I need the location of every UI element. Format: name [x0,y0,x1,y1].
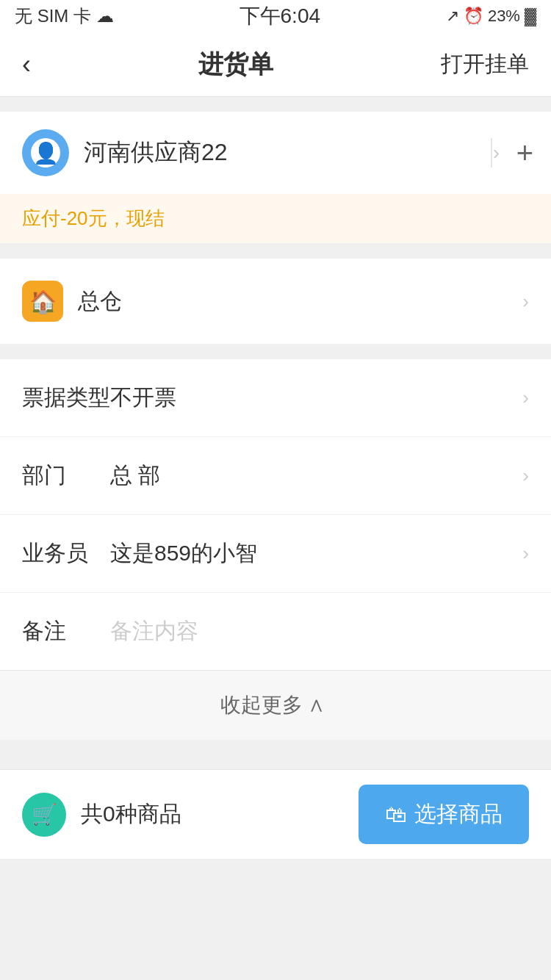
page-title: 进货单 [198,48,273,82]
sim-status: 无 SIM 卡 ☁ [15,4,114,28]
select-product-icon: 🛍 [385,802,407,827]
section-gap-4 [0,740,551,754]
status-left: 无 SIM 卡 ☁ [15,4,114,28]
warehouse-chevron-icon: › [522,290,529,313]
salesperson-row[interactable]: 业务员 这是859的小智 › [0,514,551,592]
warehouse-icon-bg: 🏠 [22,281,63,322]
status-bar: 无 SIM 卡 ☁ 下午6:04 ↗ ⏰ 23% ▓ [0,0,551,32]
warehouse-label: 总仓 [78,287,522,317]
invoice-type-value: 不开票 [110,383,522,413]
notice-banner: 应付-20元，现结 [0,194,551,243]
cart-icon: 🛒 [32,802,57,826]
collapse-label: 收起更多 ∧ [220,691,325,719]
collapse-toggle[interactable]: 收起更多 ∧ [0,670,551,740]
bottom-bar: 🛒 共0种商品 🛍 选择商品 [0,769,551,859]
section-gap-2 [0,243,551,258]
page-background [0,859,551,980]
warehouse-icon: 🏠 [29,289,57,314]
select-product-button[interactable]: 🛍 选择商品 [359,785,529,844]
remark-input[interactable]: 备注内容 [110,616,529,646]
remark-row[interactable]: 备注 备注内容 [0,592,551,670]
supplier-avatar: 👤 [22,129,69,176]
invoice-type-chevron-icon: › [522,386,529,409]
notice-text: 应付-20元，现结 [22,207,165,229]
form-section: 票据类型 不开票 › 部门 总 部 › 业务员 这是859的小智 › 备注 备注… [0,359,551,740]
select-product-label: 选择商品 [414,799,503,829]
supplier-name: 河南供应商22 [84,137,493,169]
invoice-type-row[interactable]: 票据类型 不开票 › [0,359,551,436]
battery-icon: ▓ [525,7,536,26]
section-gap-1 [0,97,551,112]
avatar-icon: 👤 [31,138,60,167]
salesperson-value: 这是859的小智 [110,538,522,569]
department-label: 部门 [22,461,110,491]
location-icon: ↗ [446,7,459,26]
salesperson-label: 业务员 [22,538,110,569]
department-chevron-icon: › [522,464,529,487]
back-button[interactable]: ‹ [22,49,31,80]
supplier-section: 👤 河南供应商22 › + 应付-20元，现结 [0,112,551,243]
department-value: 总 部 [110,461,522,491]
battery-level: 23% [488,7,520,26]
supplier-chevron-icon: › [493,141,500,165]
add-button[interactable]: + [516,137,533,170]
status-time: 下午6:04 [240,2,321,30]
product-count: 共0种商品 [81,799,359,829]
warehouse-section: 🏠 总仓 › [0,258,551,344]
invoice-type-label: 票据类型 [22,383,110,413]
section-gap-3 [0,344,551,359]
supplier-row[interactable]: 👤 河南供应商22 › + [0,112,551,194]
warehouse-row[interactable]: 🏠 总仓 › [0,258,551,344]
nav-bar: ‹ 进货单 打开挂单 [0,32,551,97]
alarm-icon: ⏰ [464,7,483,26]
supplier-divider [491,138,492,167]
person-icon: 👤 [33,141,59,165]
status-right: ↗ ⏰ 23% ▓ [446,7,536,26]
remark-label: 备注 [22,616,110,646]
department-row[interactable]: 部门 总 部 › [0,436,551,514]
open-pending-button[interactable]: 打开挂单 [441,49,529,79]
cart-icon-bg: 🛒 [22,793,66,837]
salesperson-chevron-icon: › [522,542,529,565]
